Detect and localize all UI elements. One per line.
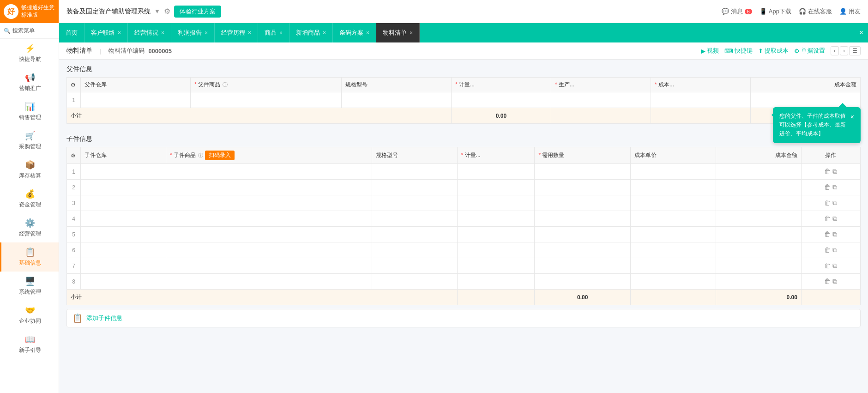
child-cost-amount-6[interactable] [716,242,802,258]
nav-tab-products[interactable]: 商品 × [258,23,289,42]
child-unit-5[interactable] [457,227,535,242]
child-warehouse-6[interactable] [81,242,166,258]
child-unit-cost-6[interactable] [631,242,716,258]
sidebar-item-sales[interactable]: 📊 销售管理 [0,97,59,126]
child-unit-cost-1[interactable] [631,164,716,180]
child-unit-3[interactable] [457,195,535,211]
child-th-settings[interactable]: ⚙ [67,147,81,164]
close-tab-operations[interactable]: × [161,30,164,36]
sidebar-search[interactable]: 🔍 搜索菜单 [0,23,59,39]
child-warehouse-7[interactable] [81,258,166,274]
sidebar-item-basic-info[interactable]: 📋 基础信息 [0,242,59,272]
child-warehouse-5[interactable] [81,227,166,242]
extract-cost-btn[interactable]: ⬆ 提取成本 [758,47,789,55]
child-qty-8[interactable] [535,274,631,290]
copy-icon-6[interactable]: ⧉ [832,246,837,254]
sidebar-item-purchase[interactable]: 🛒 采购管理 [0,126,59,155]
child-unit-6[interactable] [457,242,535,258]
child-qty-7[interactable] [535,258,631,274]
child-warehouse-2[interactable] [81,180,166,195]
child-product-2[interactable] [166,180,372,195]
parent-warehouse-1[interactable] [81,92,191,108]
bottom-bar-label[interactable]: 添加子件信息 [86,314,122,322]
child-unit-2[interactable] [457,180,535,195]
parent-product-1[interactable] [190,92,341,108]
child-cost-amount-4[interactable] [716,211,802,227]
parent-cost-1[interactable] [651,92,751,108]
child-cost-amount-7[interactable] [716,258,802,274]
app-download-btn[interactable]: 📱 App下载 [760,7,791,16]
copy-icon-1[interactable]: ⧉ [832,168,837,175]
child-cost-amount-1[interactable] [716,164,802,180]
child-unit-4[interactable] [457,211,535,227]
child-qty-3[interactable] [535,195,631,211]
child-qty-1[interactable] [535,164,631,180]
close-tab-new-product[interactable]: × [323,30,326,36]
child-spec-1[interactable] [372,164,457,180]
nav-tab-bom[interactable]: 物料清单 × [376,23,420,42]
nav-tab-operations[interactable]: 经营情况 × [128,23,171,42]
nav-tab-new-product[interactable]: 新增商品 × [289,23,333,42]
nav-tab-journey[interactable]: 经营历程 × [215,23,258,42]
child-qty-4[interactable] [535,211,631,227]
video-btn[interactable]: ▶ 视频 [701,47,719,55]
close-tab-journey[interactable]: × [248,30,251,36]
sidebar-item-quick-nav[interactable]: ⚡ 快捷导航 [0,39,59,68]
delete-icon-2[interactable]: 🗑 [824,183,831,191]
delete-icon-5[interactable]: 🗑 [824,230,831,238]
child-product-3[interactable] [166,195,372,211]
nav-tab-customer[interactable]: 客户联络 × [84,23,128,42]
tooltip-close-btn[interactable]: × [850,112,854,122]
child-warehouse-8[interactable] [81,274,166,290]
parent-unit-1[interactable] [451,92,551,108]
close-all-tabs[interactable]: × [855,29,868,37]
shortcut-btn[interactable]: ⌨ 快捷键 [724,47,753,55]
child-product-5[interactable] [166,227,372,242]
sidebar-item-system[interactable]: 🖥️ 系统管理 [0,272,59,301]
copy-icon-5[interactable]: ⧉ [832,230,837,238]
list-view-btn[interactable]: ☰ [849,46,861,55]
delete-icon-1[interactable]: 🗑 [824,168,831,175]
child-unit-cost-4[interactable] [631,211,716,227]
child-product-6[interactable] [166,242,372,258]
child-cost-amount-3[interactable] [716,195,802,211]
child-spec-5[interactable] [372,227,457,242]
child-product-7[interactable] [166,258,372,274]
close-tab-products[interactable]: × [279,30,283,36]
child-cost-amount-5[interactable] [716,227,802,242]
delete-icon-3[interactable]: 🗑 [824,199,831,207]
child-spec-3[interactable] [372,195,457,211]
parent-th-settings[interactable]: ⚙ [67,78,81,92]
copy-icon-3[interactable]: ⧉ [832,199,837,207]
child-qty-6[interactable] [535,242,631,258]
child-spec-6[interactable] [372,242,457,258]
child-qty-2[interactable] [535,180,631,195]
delete-icon-6[interactable]: 🗑 [824,246,831,254]
child-unit-cost-2[interactable] [631,180,716,195]
child-warehouse-4[interactable] [81,211,166,227]
nav-tab-profit[interactable]: 利润报告 × [171,23,215,42]
child-unit-7[interactable] [457,258,535,274]
child-spec-4[interactable] [372,211,457,227]
child-product-8[interactable] [166,274,372,290]
child-warehouse-3[interactable] [81,195,166,211]
experience-btn[interactable]: 体验行业方案 [174,6,221,18]
message-btn[interactable]: 💬 消息 6 [722,7,752,16]
child-unit-cost-3[interactable] [631,195,716,211]
child-warehouse-1[interactable] [81,164,166,180]
child-product-4[interactable] [166,211,372,227]
child-product-1[interactable] [166,164,372,180]
child-cost-amount-2[interactable] [716,180,802,195]
sidebar-item-guide[interactable]: 📖 新手引导 [0,330,59,359]
nav-tab-home[interactable]: 首页 [59,23,84,42]
delete-icon-4[interactable]: 🗑 [824,215,831,223]
online-service-btn[interactable]: 🎧 在线客服 [799,7,832,16]
close-tab-bom[interactable]: × [410,30,413,36]
sidebar-item-operations[interactable]: ⚙️ 经营管理 [0,213,59,242]
copy-icon-2[interactable]: ⧉ [832,183,837,191]
sidebar-item-marketing[interactable]: 📢 营销推广 [0,68,59,97]
child-spec-7[interactable] [372,258,457,274]
single-settings-btn[interactable]: ⚙ 单据设置 [794,47,825,55]
settings-icon[interactable]: ⚙ [164,7,170,16]
child-spec-8[interactable] [372,274,457,290]
